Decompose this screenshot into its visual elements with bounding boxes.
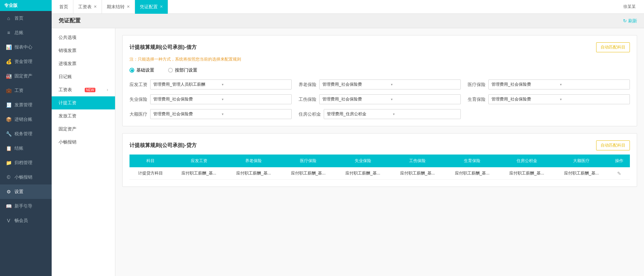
select-ylbx2-value: 管理费用_社会保险费 xyxy=(491,82,559,87)
form-item-ylbx2: 医疗保险 管理费用_社会保险费 ▾ xyxy=(468,79,630,89)
sidebar-label-trade: 进销台账 xyxy=(14,116,32,123)
sidebar-label-settings: 设置 xyxy=(14,189,23,195)
reports-icon: 📊 xyxy=(6,44,12,50)
tab-voucher-config-close[interactable]: ✕ xyxy=(160,4,163,9)
sidebar-item-tax[interactable]: 🔧 税务管理 xyxy=(0,127,52,141)
sidebar-item-assets[interactable]: 🏭 固定资产 xyxy=(0,69,52,83)
select-dely[interactable]: 管理费用_社会保险费 ▾ xyxy=(150,109,292,119)
sidebar-item-archive[interactable]: 📁 归档管理 xyxy=(0,156,52,170)
sidebar-item-settings[interactable]: ⚙ 设置 xyxy=(0,184,52,199)
radio-basic-setup[interactable]: 基础设置 xyxy=(129,67,154,73)
chevron-down-icon-7: ▾ xyxy=(222,112,289,116)
refresh-label: 刷新 xyxy=(628,18,637,24)
select-sybx2[interactable]: 管理费用_社会保险费 ▾ xyxy=(488,94,630,104)
sidebar-item-invoice[interactable]: 🧾 发票管理 xyxy=(0,98,52,112)
debit-section-title: 计提核算规则(公司承担)-借方 xyxy=(129,44,197,51)
sidebar-item-expense[interactable]: © 小畅报销 xyxy=(0,170,52,184)
left-nav-fixed-assets[interactable]: 固定资产 xyxy=(52,123,115,136)
sidebar-label-tax: 税务管理 xyxy=(14,131,32,137)
label-zfgjj: 住房公积金 xyxy=(299,111,321,117)
sidebar-item-finance[interactable]: 💰 资金管理 xyxy=(0,54,52,69)
tab-payroll[interactable]: 工资表 ✕ xyxy=(73,0,102,14)
tab-voucher-config[interactable]: 凭证配置 ✕ xyxy=(135,0,168,14)
debit-section: 计提核算规则(公司承担)-借方 自动匹配科目 注：只能选择一种方式，系统将按照您… xyxy=(122,35,637,126)
settings-icon: ⚙ xyxy=(6,189,12,194)
sidebar: 专业版 ⌂ 首页 ≡ 总账 📊 报表中心 💰 资金管理 🏭 固定资产 💼 工资 … xyxy=(0,0,52,276)
credit-auto-match-button[interactable]: 自动匹配科目 xyxy=(596,140,630,150)
sidebar-label-assets: 固定资产 xyxy=(14,73,32,79)
th-ylbx: 养老保险 xyxy=(226,155,281,167)
form-item-dely: 大额医疗 管理费用_社会保险费 ▾ xyxy=(129,109,292,119)
credit-section-header: 计提核算规则(公司承担)-贷方 自动匹配科目 xyxy=(129,140,630,150)
sidebar-item-close[interactable]: 📋 结账 xyxy=(0,141,52,156)
debit-radio-group: 基础设置 按部门设置 xyxy=(129,67,630,73)
invoice-icon: 🧾 xyxy=(6,102,12,108)
sidebar-label-archive: 归档管理 xyxy=(14,160,32,166)
vip-icon: V xyxy=(6,218,12,223)
tab-period-close-label: 期末结转 xyxy=(107,4,125,10)
new-badge: NEW xyxy=(85,88,95,92)
tab-period-close[interactable]: 期末结转 ✕ xyxy=(102,0,135,14)
expense-icon: © xyxy=(6,174,12,180)
sidebar-label-reports: 报表中心 xyxy=(14,44,32,50)
select-yfgz[interactable]: 管理费用_管理人员职工薪酬 ▾ xyxy=(150,79,292,89)
left-nav-payroll-table[interactable]: 工资表 NEW › xyxy=(52,83,115,96)
sidebar-label-home: 首页 xyxy=(14,15,23,21)
select-ylbx2[interactable]: 管理费用_社会保险费 ▾ xyxy=(488,79,630,89)
sidebar-label-general-ledger: 总账 xyxy=(14,30,23,36)
label-ylbx2: 医疗保险 xyxy=(468,82,486,88)
sidebar-item-reports[interactable]: 📊 报表中心 xyxy=(0,40,52,54)
sidebar-item-salary[interactable]: 💼 工资 xyxy=(0,83,52,98)
brand-label: 专业版 xyxy=(0,0,52,11)
guide-icon: 📖 xyxy=(6,203,12,209)
select-zfgjj[interactable]: 管理费用_住房公积金 ▾ xyxy=(324,109,461,119)
left-nav-public[interactable]: 公共选项 xyxy=(52,31,115,44)
topbar: 首页 工资表 ✕ 期末结转 ✕ 凭证配置 ✕ 徐某某 xyxy=(52,0,644,14)
refresh-icon: ↻ xyxy=(623,18,627,23)
left-nav-accrued-salary[interactable]: 计提工资 xyxy=(52,96,115,109)
th-dely: 大额医疗 xyxy=(554,155,609,167)
left-nav-journal[interactable]: 日记账 xyxy=(52,70,115,83)
tab-period-close-icon[interactable]: ✕ xyxy=(127,4,130,9)
radio-dept-circle xyxy=(168,68,173,73)
sidebar-item-vip[interactable]: V 畅会员 xyxy=(0,213,52,228)
td-sybx: 应付职工薪酬_基... xyxy=(335,167,390,180)
chevron-right-icon: › xyxy=(107,87,108,92)
sidebar-label-guide: 新手引导 xyxy=(14,203,32,209)
select-sybx[interactable]: 管理费用_社会保险费 ▾ xyxy=(150,94,292,104)
select-ylbx[interactable]: 管理费用_社会保险费 ▾ xyxy=(319,79,461,89)
left-nav-sales-invoice[interactable]: 销项发票 xyxy=(52,44,115,57)
left-nav-expense-report[interactable]: 小畅报销 xyxy=(52,136,115,149)
sidebar-label-invoice: 发票管理 xyxy=(14,102,32,108)
finance-icon: 💰 xyxy=(6,59,12,64)
th-sybx: 失业保险 xyxy=(335,155,390,167)
tab-voucher-config-label: 凭证配置 xyxy=(140,4,158,10)
select-gsbx[interactable]: 管理费用_社会保险费 ▾ xyxy=(319,94,461,104)
radio-basic-label: 基础设置 xyxy=(136,67,154,73)
sidebar-item-general-ledger[interactable]: ≡ 总账 xyxy=(0,25,52,40)
td-action[interactable]: ✎ xyxy=(609,167,630,180)
edit-icon[interactable]: ✎ xyxy=(617,171,621,176)
sidebar-label-vip: 畅会员 xyxy=(14,217,28,224)
form-item-gsbx: 工伤保险 管理费用_社会保险费 ▾ xyxy=(299,94,461,104)
th-category: 科目 xyxy=(129,155,172,167)
th-yfgz: 应发工资 xyxy=(172,155,226,167)
select-sybx-value: 管理费用_社会保险费 xyxy=(153,96,220,102)
tab-home[interactable]: 首页 xyxy=(54,0,73,14)
form-item-empty xyxy=(468,109,630,119)
radio-dept-setup[interactable]: 按部门设置 xyxy=(168,67,197,73)
td-yfgz: 应付职工薪酬_基... xyxy=(172,167,226,180)
tab-payroll-close[interactable]: ✕ xyxy=(94,4,97,9)
assets-icon: 🏭 xyxy=(6,73,12,79)
sidebar-item-trade[interactable]: 📦 进销台账 xyxy=(0,112,52,127)
td-ylbx2: 应付职工薪酬_基... xyxy=(281,167,336,180)
salary-icon: 💼 xyxy=(6,88,12,93)
left-nav-pay-salary[interactable]: 发放工资 xyxy=(52,109,115,123)
refresh-button[interactable]: ↻ 刷新 xyxy=(623,18,637,24)
sidebar-item-guide[interactable]: 📖 新手引导 xyxy=(0,199,52,213)
debit-auto-match-button[interactable]: 自动匹配科目 xyxy=(596,42,630,52)
left-nav-purchase-invoice[interactable]: 进项发票 xyxy=(52,57,115,70)
chevron-down-icon-8: ▾ xyxy=(393,112,458,116)
sidebar-item-home[interactable]: ⌂ 首页 xyxy=(0,11,52,25)
th-shbx: 生育保险 xyxy=(445,155,500,167)
